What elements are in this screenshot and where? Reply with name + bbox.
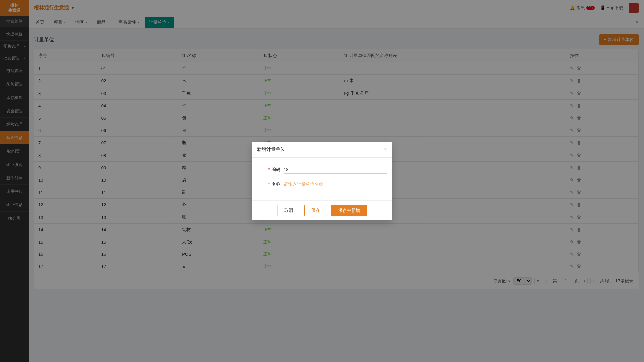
required-marker-2: * (268, 182, 270, 187)
code-label-text: 编码 (272, 167, 280, 172)
modal-footer: 取消 保存 保存并新增 (252, 200, 392, 220)
modal-header: 新增计量单位 × (252, 142, 392, 158)
modal-title: 新增计量单位 (257, 146, 285, 153)
name-label: * 名称 (257, 181, 280, 187)
code-input[interactable] (284, 166, 387, 174)
modal-close-btn[interactable]: × (384, 147, 387, 152)
required-marker: * (268, 167, 270, 172)
save-button[interactable]: 保存 (304, 205, 327, 216)
cancel-button[interactable]: 取消 (277, 205, 300, 216)
modal-body: * 编码 * 名称 (252, 158, 392, 200)
name-label-text: 名称 (272, 182, 280, 187)
name-form-row: * 名称 (257, 180, 387, 188)
add-unit-modal: 新增计量单位 × * 编码 * 名称 取消 保存 保存并新增 (252, 142, 392, 220)
code-label: * 编码 (257, 167, 280, 173)
modal-overlay: 新增计量单位 × * 编码 * 名称 取消 保存 保存并新增 (0, 0, 644, 362)
code-form-row: * 编码 (257, 166, 387, 174)
name-input[interactable] (284, 180, 387, 188)
save-and-new-button[interactable]: 保存并新增 (331, 205, 367, 216)
